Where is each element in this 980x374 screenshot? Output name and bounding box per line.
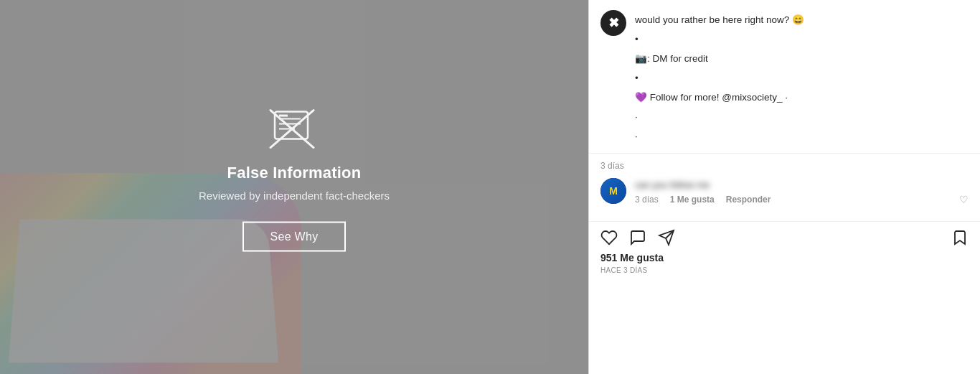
comment-timestamp: 3 días <box>635 195 659 205</box>
commenter-avatar-letter: M <box>600 178 626 204</box>
comment-meta: 3 días 1 Me gusta Responder ♡ <box>635 194 969 205</box>
commenter-avatar: M <box>600 178 626 204</box>
action-bar: 951 Me gusta HACE 3 DÍAS <box>589 221 980 279</box>
see-why-button[interactable]: See Why <box>242 221 345 251</box>
bookmark-icon[interactable] <box>951 229 969 246</box>
comment-section-time: 3 días <box>600 161 969 171</box>
share-icon[interactable] <box>658 229 675 246</box>
comment-likes: 1 Me gusta <box>670 195 715 205</box>
comment-row: M can you follow me 3 días 1 Me gusta Re… <box>600 178 969 205</box>
action-icons-row <box>600 229 969 246</box>
caption-line-4: • <box>635 73 639 83</box>
comment-section: 3 días M can you follow me 3 días 1 Me g… <box>589 154 980 221</box>
account-avatar: ✖ <box>600 10 626 36</box>
false-info-subtitle: Reviewed by independent fact-checkers <box>199 189 390 201</box>
comment-reply-button[interactable]: Responder <box>726 195 771 205</box>
caption-line-1: would you rather be here right now? 😄 <box>635 14 804 25</box>
caption-line-6: · <box>635 111 638 122</box>
post-time: HACE 3 DÍAS <box>600 266 969 274</box>
false-information-panel: False Information Reviewed by independen… <box>0 0 588 374</box>
false-info-icon <box>269 108 319 149</box>
like-icon[interactable] <box>600 229 618 246</box>
comment-icon[interactable] <box>629 229 646 246</box>
likes-count: 951 Me gusta <box>600 252 969 263</box>
caption-line-7: · <box>635 131 638 141</box>
caption-line-5: 💜 Follow for more! @mixsociety_ · <box>635 92 788 103</box>
instagram-right-panel: ✖ would you rather be here right now? 😄 … <box>588 0 980 374</box>
false-info-title: False Information <box>199 163 390 182</box>
caption-line-3: 📷: DM for credit <box>635 53 708 64</box>
svg-rect-4 <box>279 114 288 116</box>
caption-section: ✖ would you rather be here right now? 😄 … <box>589 0 980 154</box>
caption-text: would you rather be here right now? 😄 • … <box>635 10 969 146</box>
heart-icon[interactable]: ♡ <box>959 194 969 205</box>
comment-body: can you follow me 3 días 1 Me gusta Resp… <box>635 178 969 205</box>
comment-content: can you follow me <box>635 178 969 191</box>
false-info-content: False Information Reviewed by independen… <box>199 108 390 251</box>
caption-line-2: • <box>635 34 639 45</box>
caption-header: ✖ would you rather be here right now? 😄 … <box>600 10 969 146</box>
comment-blurred-text: can you follow me <box>635 179 710 190</box>
